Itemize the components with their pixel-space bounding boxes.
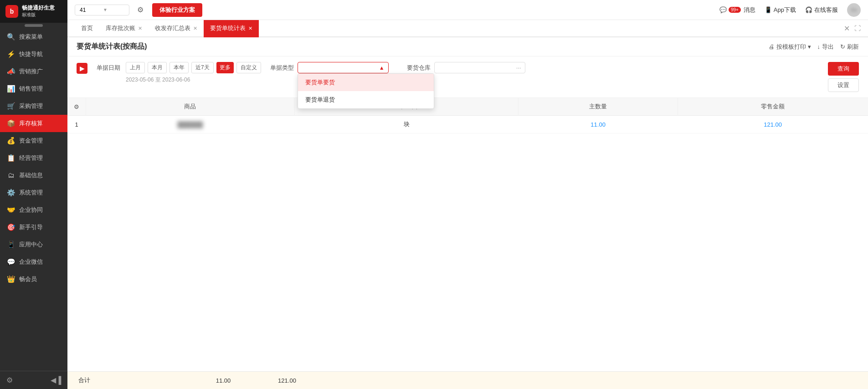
date-custom-btn[interactable]: 自定义 (236, 62, 261, 73)
tab-summary-label: 收发存汇总表 (155, 24, 190, 32)
row-index: 1 (67, 116, 86, 133)
sidebar-footer: ⚙ ◀▐ (0, 371, 67, 389)
filter-actions: 查询 设置 (828, 62, 859, 92)
type-select-box[interactable]: ▲ (298, 62, 389, 73)
messages-label: 消息 (744, 6, 755, 14)
date-last-7days-btn[interactable]: 近7天 (191, 62, 214, 73)
export-button[interactable]: ↓ 导出 (817, 43, 834, 51)
user-avatar[interactable]: Rit (847, 3, 861, 17)
export-icon: ↓ (817, 43, 821, 50)
footer-quantity: 11.00 (187, 377, 260, 384)
quick-nav-icon: ⚡ (6, 50, 15, 58)
sidebar-item-sales[interactable]: 📊 销售管理 (0, 80, 67, 97)
tab-bar: 首页 库存批次账 ✕ 收发存汇总表 ✕ 要货单统计表 ✕ ✕ ⛶ (67, 20, 868, 37)
sidebar-item-collab[interactable]: 🤝 企业协同 (0, 201, 67, 219)
tab-home-label: 首页 (81, 24, 93, 32)
date-range-display: 2023-05-06 至 2023-06-06 (126, 76, 190, 84)
type-label: 单据类型 (270, 64, 294, 72)
sidebar-item-management[interactable]: 📋 经营管理 (0, 149, 67, 167)
basic-info-icon: 🗂 (6, 171, 15, 179)
messages-badge: 99+ (729, 7, 741, 13)
filter-bar: ▶ 单据日期 上月 本月 本年 近7天 更多 自定义 2023-05-06 至 (67, 56, 868, 98)
settings-button[interactable]: 设置 (828, 78, 859, 92)
store-selector[interactable]: 41 ▼ (75, 5, 129, 15)
type-dropdown: 要货单要货 要货单退货 (298, 73, 434, 109)
sidebar-item-wechat[interactable]: 💬 企业微信 (0, 253, 67, 271)
online-service-button[interactable]: 🎧 在线客服 (805, 6, 838, 14)
tab-order-stats-label: 要货单统计表 (210, 24, 246, 32)
logo-icon: b (5, 5, 18, 18)
sidebar-item-inventory[interactable]: 📦 库存核算 (0, 115, 67, 132)
column-settings-icon[interactable]: ⚙ (74, 103, 79, 110)
warehouse-dots-icon: ··· (516, 64, 521, 71)
app-download-button[interactable]: 📱 App下载 (765, 6, 796, 14)
tab-order-stats[interactable]: 要货单统计表 ✕ (204, 20, 259, 37)
tab-order-stats-close[interactable]: ✕ (248, 26, 252, 31)
table-header-settings[interactable]: ⚙ (67, 98, 86, 116)
filter-expand-button[interactable]: ▶ (77, 63, 87, 74)
purchase-icon: 🛒 (6, 102, 15, 110)
row-quantity[interactable]: 11.00 (519, 116, 678, 133)
type-select-arrow: ▲ (379, 65, 385, 71)
management-icon: 📋 (6, 154, 15, 162)
date-this-year-btn[interactable]: 本年 (169, 62, 189, 73)
date-quick-buttons: 上月 本月 本年 近7天 更多 自定义 (126, 62, 261, 73)
warehouse-label: 要货仓库 (407, 64, 431, 72)
sidebar-item-basic-info[interactable]: 🗂 基础信息 (0, 167, 67, 184)
tab-summary[interactable]: 收发存汇总表 ✕ (149, 20, 204, 37)
sidebar-nav: 🔍 搜索菜单 ⚡ 快捷导航 📣 营销推广 📊 销售管理 🛒 采购管理 📦 库存核… (0, 28, 67, 371)
tab-inventory-batch[interactable]: 库存批次账 ✕ (99, 20, 149, 37)
table-header-product: 商品 (86, 98, 295, 116)
sidebar-item-app-center[interactable]: 📱 应用中心 (0, 236, 67, 253)
row-amount[interactable]: 121.00 (678, 116, 868, 133)
tab-inventory-batch-close[interactable]: ✕ (138, 26, 142, 31)
sidebar-item-search[interactable]: 🔍 搜索菜单 (0, 28, 67, 46)
table-header-row: ⚙ 商品 主计量单位 主数量 零售金额 (67, 98, 868, 116)
sidebar-item-system[interactable]: ⚙️ 系统管理 (0, 184, 67, 201)
warehouse-filter: 要货仓库 ··· (407, 62, 525, 73)
refresh-button[interactable]: ↻ 刷新 (840, 43, 859, 51)
close-all-tabs-button[interactable]: ✕ (844, 24, 850, 33)
tab-expand-button[interactable]: ⛶ (854, 25, 861, 32)
collapse-icon[interactable]: ◀▐ (51, 376, 61, 384)
query-button[interactable]: 查询 (828, 62, 859, 76)
type-option-order[interactable]: 要货单要货 (298, 74, 434, 91)
print-button[interactable]: 🖨 按模板打印 ▾ (769, 43, 811, 51)
finance-icon: 💰 (6, 137, 15, 145)
date-this-month-btn[interactable]: 本月 (148, 62, 167, 73)
page-content: 要货单统计表(按商品) 🖨 按模板打印 ▾ ↓ 导出 ↻ 刷新 ▶ (67, 37, 868, 389)
row-unit: 块 (295, 116, 519, 133)
type-option-return[interactable]: 要货单退货 (298, 91, 434, 108)
settings-icon[interactable]: ⚙ (6, 376, 13, 384)
tab-inventory-batch-label: 库存批次账 (106, 24, 135, 32)
date-last-month-btn[interactable]: 上月 (126, 62, 145, 73)
sidebar-item-purchase[interactable]: 🛒 采购管理 (0, 97, 67, 115)
main-content: 41 ▼ ⚙ 体验行业方案 💬 99+ 消息 📱 App下载 🎧 在线客服 Ri… (67, 0, 868, 389)
sidebar-item-finance[interactable]: 💰 资金管理 (0, 132, 67, 149)
wechat-icon: 💬 (6, 258, 15, 266)
collab-icon: 🤝 (6, 206, 15, 214)
store-dropdown-arrow: ▼ (103, 7, 124, 12)
warehouse-placeholder (439, 64, 512, 71)
date-filter-group: 单据日期 上月 本月 本年 近7天 更多 自定义 2023-05-06 至 20… (97, 62, 261, 84)
tab-summary-close[interactable]: ✕ (193, 26, 197, 31)
tab-home[interactable]: 首页 (75, 20, 99, 37)
data-table: ⚙ 商品 主计量单位 主数量 零售金额 1 ██████ 块 (67, 98, 868, 133)
sidebar-item-members[interactable]: 👑 畅会员 (0, 271, 67, 288)
date-label: 单据日期 (97, 64, 120, 72)
settings-gear-button[interactable]: ⚙ (134, 4, 147, 16)
sidebar-item-guide[interactable]: 🎯 新手引导 (0, 219, 67, 236)
sales-icon: 📊 (6, 85, 15, 93)
trial-button[interactable]: 体验行业方案 (152, 3, 202, 17)
warehouse-select-box[interactable]: ··· (434, 62, 525, 73)
search-icon: 🔍 (6, 33, 15, 41)
scroll-thumb (25, 24, 43, 27)
footer-amount: 121.00 (260, 377, 314, 384)
sidebar-item-quick-nav[interactable]: ⚡ 快捷导航 (0, 46, 67, 63)
type-select: ▲ 要货单要货 要货单退货 (298, 62, 389, 73)
date-more-btn[interactable]: 更多 (216, 62, 234, 73)
table-footer: 合计 11.00 121.00 (67, 371, 868, 389)
messages-button[interactable]: 💬 99+ 消息 (719, 6, 755, 14)
sidebar-item-marketing[interactable]: 📣 营销推广 (0, 63, 67, 80)
date-range-row: 2023-05-06 至 2023-06-06 (97, 76, 261, 84)
